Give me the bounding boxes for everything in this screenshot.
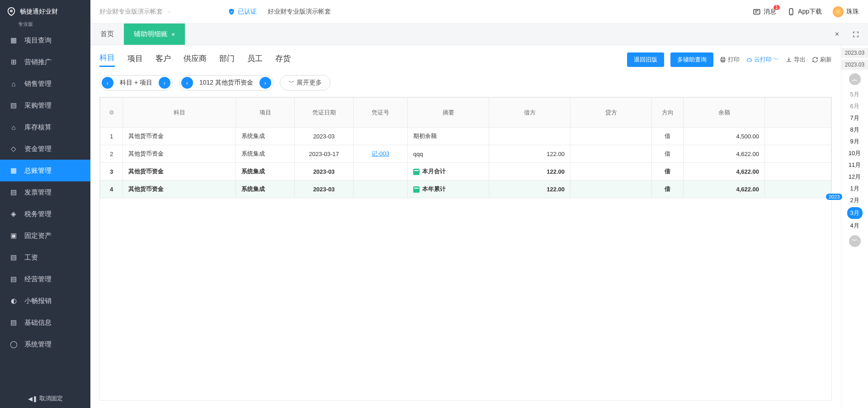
- sidebar-item-14[interactable]: ◯系统管理: [0, 333, 90, 355]
- user-menu[interactable]: 珠珠: [833, 6, 859, 17]
- sidebar-item-label: 发票管理: [24, 188, 52, 197]
- expand-more-button[interactable]: ﹀ 展开更多: [280, 75, 330, 90]
- rail-down-button[interactable]: ︾: [849, 235, 861, 247]
- back-old-button[interactable]: 退回旧版: [627, 52, 664, 67]
- gear-icon: ⚙: [109, 109, 114, 116]
- filter-subject-pill[interactable]: ‹ 科目 + 项目 ›: [99, 75, 173, 90]
- export-button[interactable]: 导出: [786, 56, 806, 64]
- sidebar-item-label: 基础信息: [24, 318, 52, 327]
- sidebar-item-1[interactable]: ⊞营销推广: [0, 51, 90, 73]
- cat-tab-6[interactable]: 存货: [275, 53, 291, 66]
- sidebar-unpin[interactable]: ◀❚ 取消固定: [0, 389, 90, 408]
- rail-date-top2[interactable]: 2023.03: [841, 60, 868, 70]
- rail-month[interactable]: 7月: [847, 112, 863, 124]
- cat-tab-0[interactable]: 科目: [99, 52, 115, 67]
- export-icon: [786, 57, 792, 63]
- brand-logo: 畅捷通好业财: [0, 0, 90, 24]
- shield-icon: [228, 8, 235, 15]
- content: 科目项目客户供应商部门员工存货 退回旧版 多辅助查询 打印 云打印 ﹀: [90, 45, 841, 408]
- sidebar-item-5[interactable]: ◇资金管理: [0, 138, 90, 160]
- sidebar-item-0[interactable]: ▦项目查询: [0, 29, 90, 51]
- cat-tab-5[interactable]: 员工: [247, 53, 263, 66]
- rail-month[interactable]: 12月: [847, 171, 863, 183]
- prev-arrow-icon[interactable]: ‹: [102, 77, 113, 89]
- rail-date-top1[interactable]: 2023.03: [841, 48, 868, 58]
- th-gear[interactable]: ⚙: [100, 98, 123, 128]
- print-button[interactable]: 打印: [720, 56, 740, 64]
- nav-icon: ▤: [9, 188, 18, 197]
- ledger-table-wrap[interactable]: ⚙ 科目 项目 凭证日期 凭证号 摘要 借方 贷方 方向 余额 1其: [99, 97, 832, 401]
- sidebar-item-4[interactable]: ⌂库存核算: [0, 116, 90, 138]
- rail-month[interactable]: 3月: [847, 207, 863, 219]
- sidebar-item-2[interactable]: ⌂销售管理: [0, 73, 90, 95]
- cloud-icon: [746, 57, 752, 63]
- rail-month[interactable]: 1月: [847, 183, 863, 195]
- rail-month[interactable]: 8月: [847, 124, 863, 136]
- cat-tab-4[interactable]: 部门: [219, 53, 235, 66]
- messages-button[interactable]: 消息 1: [753, 8, 776, 16]
- nav-icon: ▤: [9, 253, 18, 262]
- close-icon[interactable]: ×: [171, 31, 175, 38]
- th-dir: 方向: [652, 98, 684, 128]
- chevron-down-icon: [166, 9, 172, 14]
- sidebar-item-8[interactable]: ◈税务管理: [0, 203, 90, 225]
- nav-icon: ▤: [9, 275, 18, 284]
- cat-tab-2[interactable]: 客户: [156, 53, 171, 66]
- tab-current[interactable]: 辅助明细账 ×: [124, 24, 185, 45]
- prev-arrow-icon[interactable]: ‹: [181, 77, 193, 89]
- next-arrow-icon[interactable]: ›: [159, 77, 170, 89]
- unpin-icon: ◀❚: [28, 395, 38, 402]
- sidebar-item-label: 库存核算: [24, 123, 52, 132]
- fullscreen-icon: [852, 31, 859, 38]
- sidebar-item-13[interactable]: ▤基础信息: [0, 312, 90, 333]
- sidebar-item-9[interactable]: ▣固定资产: [0, 225, 90, 247]
- nav-icon: ▣: [9, 231, 18, 240]
- date-rail: 2023.03 2023.03 ︽ 5月6月7月8月9月10月11月12月1月2…: [841, 45, 868, 408]
- rail-month[interactable]: 4月: [847, 220, 863, 232]
- sidebar-item-7[interactable]: ▤发票管理: [0, 181, 90, 203]
- rail-month[interactable]: 6月: [847, 100, 863, 112]
- cat-tab-3[interactable]: 供应商: [184, 53, 207, 66]
- nav-icon: ◈: [9, 209, 18, 218]
- sidebar-item-label: 系统管理: [24, 340, 52, 349]
- rail-month[interactable]: 10月: [847, 147, 863, 159]
- sidebar-item-label: 工资: [24, 253, 38, 262]
- svg-point-0: [10, 10, 12, 12]
- rail-month[interactable]: 5月: [847, 89, 863, 100]
- tab-close-button[interactable]: ✕: [830, 28, 844, 41]
- sidebar-item-3[interactable]: ▤采购管理: [0, 95, 90, 116]
- sidebar-item-label: 税务管理: [24, 210, 52, 218]
- filter-account-pill[interactable]: ‹ 1012 其他货币资金 ›: [179, 75, 274, 90]
- cloud-print-button[interactable]: 云打印 ﹀: [746, 56, 779, 64]
- nav-icon: ◇: [9, 144, 18, 153]
- cat-tab-1[interactable]: 项目: [127, 53, 143, 66]
- rail-month[interactable]: 2月: [847, 195, 863, 206]
- nav-icon: ⌂: [9, 123, 18, 132]
- sidebar-item-6[interactable]: ▦总账管理: [0, 160, 90, 181]
- sidebar-item-10[interactable]: ▤工资: [0, 247, 90, 268]
- account-selector[interactable]: 好业财专业版演示帐套: [99, 8, 217, 16]
- sidebar-item-label: 固定资产: [24, 232, 52, 240]
- rail-up-button[interactable]: ︽: [849, 73, 861, 85]
- table-row: 3其他货币资金系统集成2023-03本月合计122.00借4,622.00: [100, 163, 831, 180]
- rail-month[interactable]: 9月: [847, 136, 863, 147]
- th-summary: 摘要: [408, 98, 489, 128]
- voucher-link[interactable]: 记-003: [372, 150, 389, 157]
- multi-query-button[interactable]: 多辅助查询: [670, 52, 713, 67]
- page-tabs: 首页 辅助明细账 × ✕: [90, 24, 868, 45]
- th-date: 凭证日期: [295, 98, 354, 128]
- next-arrow-icon[interactable]: ›: [259, 77, 271, 89]
- nav-icon: ▤: [9, 101, 18, 110]
- brand-name: 畅捷通好业财: [20, 8, 58, 16]
- sidebar-item-12[interactable]: ◐小畅报销: [0, 290, 90, 312]
- nav-icon: ▤: [9, 318, 18, 327]
- tab-home[interactable]: 首页: [90, 24, 124, 45]
- nav-icon: ▦: [9, 36, 18, 45]
- refresh-button[interactable]: 刷新: [812, 56, 832, 64]
- rail-month[interactable]: 11月: [847, 159, 863, 171]
- sidebar-item-11[interactable]: ▤经营管理: [0, 268, 90, 290]
- fullscreen-button[interactable]: [849, 28, 863, 41]
- avatar-icon: [833, 6, 844, 17]
- sidebar-item-label: 总账管理: [24, 166, 52, 175]
- app-download-button[interactable]: App下载: [787, 8, 822, 16]
